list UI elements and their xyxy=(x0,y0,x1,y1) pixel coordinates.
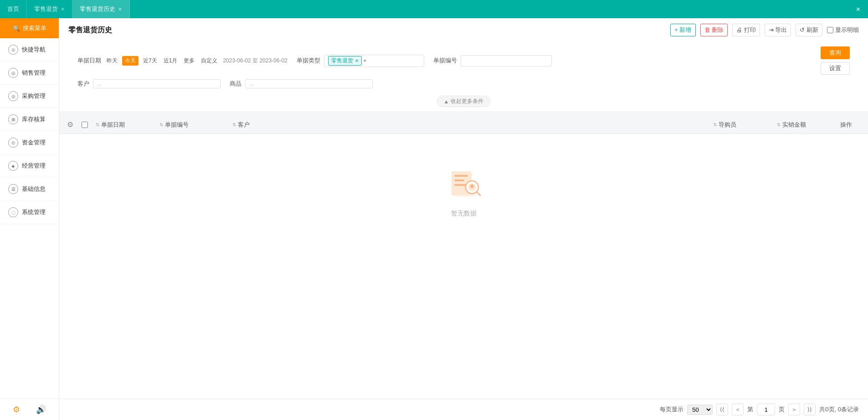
page-prev-btn[interactable]: ＜ xyxy=(732,404,744,415)
select-all-checkbox[interactable] xyxy=(82,122,88,128)
settings-gear-icon[interactable]: ⚙ xyxy=(13,405,20,415)
pagination-bar: 每页显示 50 20 100 200 ⟨⟨ ＜ 第 页 ＞ ⟩⟩ 共0页, 0条… xyxy=(59,399,868,420)
search-icon: 🔍 xyxy=(13,25,20,32)
content-body: ⚙ ⇅ 单据日期 ⇅ 单据编号 ⇅ 客户 xyxy=(59,112,868,420)
tab-retail-return[interactable]: 零售退货 ✕ xyxy=(27,0,72,18)
num-filter-input[interactable] xyxy=(461,55,552,67)
tab-retail-return-history-close[interactable]: ✕ xyxy=(118,6,122,12)
page-input[interactable] xyxy=(757,404,775,415)
sidebar-search-label: 搜索菜单 xyxy=(23,24,46,32)
basic-info-icon: ☰ xyxy=(8,184,18,194)
page-header: 零售退货历史 + 新增 🗑 删除 🖨 打印 ⇥ 导出 ↺ 刷新 显示明细 xyxy=(59,18,868,112)
type-tag-input[interactable]: 零售退货 ✕ ▾ xyxy=(324,55,424,67)
tab-home-label: 首页 xyxy=(7,5,19,13)
date-opt-custom[interactable]: 自定义 xyxy=(199,56,219,66)
svg-rect-2 xyxy=(454,175,468,177)
sales-label: 销售管理 xyxy=(22,69,46,77)
col-guide[interactable]: ⇅ 导购员 xyxy=(709,121,773,129)
sidebar-item-inventory[interactable]: ⊞ 库存核算 xyxy=(0,108,59,131)
type-tag-close[interactable]: ✕ xyxy=(355,58,359,63)
empty-icon xyxy=(443,161,484,202)
empty-text: 暂无数据 xyxy=(451,210,477,218)
filter-area: 单据日期 昨天 今天 近7天 近1月 更多 自定义 2023-06-02 至 2… xyxy=(68,42,859,112)
tab-retail-return-close[interactable]: ✕ xyxy=(61,6,65,12)
inventory-icon: ⊞ xyxy=(8,114,18,124)
date-opt-yesterday[interactable]: 昨天 xyxy=(105,56,119,66)
filter-row-1: 单据日期 昨天 今天 近7天 近1月 更多 自定义 2023-06-02 至 2… xyxy=(77,46,850,75)
col-customer[interactable]: ⇅ 客户 xyxy=(229,121,709,129)
goods-tag-input[interactable]: ... xyxy=(245,79,373,88)
type-dropdown-arrow[interactable]: ▾ xyxy=(364,58,366,64)
date-filter-label: 单据日期 xyxy=(77,56,101,65)
tab-home[interactable]: 首页 xyxy=(0,0,27,18)
print-button[interactable]: 🖨 打印 xyxy=(732,24,760,36)
sidebar-search[interactable]: 🔍 搜索菜单 xyxy=(0,18,59,38)
page-last-btn[interactable]: ⟩⟩ xyxy=(804,404,816,415)
svg-rect-4 xyxy=(454,184,466,186)
sales-icon: ◎ xyxy=(8,68,18,78)
filter-settings-button[interactable]: 设置 xyxy=(821,62,850,75)
quick-nav-icon: ⊙ xyxy=(8,45,18,55)
per-page-select[interactable]: 50 20 100 200 xyxy=(687,405,713,415)
table-settings-icon[interactable]: ⚙ xyxy=(63,120,77,129)
sidebar-item-system[interactable]: ◌ 系统管理 xyxy=(0,201,59,224)
volume-icon[interactable]: 🔊 xyxy=(36,405,46,415)
num-filter-label: 单据编号 xyxy=(433,56,457,65)
svg-point-8 xyxy=(470,184,474,188)
tab-retail-return-label: 零售退货 xyxy=(34,5,58,13)
table-header-bar: ⚙ ⇅ 单据日期 ⇅ 单据编号 ⇅ 客户 xyxy=(59,116,868,134)
page-unit: 页 xyxy=(779,405,785,414)
date-opt-1month[interactable]: 近1月 xyxy=(162,56,180,66)
tab-retail-return-history[interactable]: 零售退货历史 ✕ xyxy=(72,0,130,18)
collapse-button[interactable]: ▲ 收起更多条件 xyxy=(437,96,491,107)
new-button[interactable]: + 新增 xyxy=(670,24,695,36)
page-first-btn[interactable]: ⟨⟨ xyxy=(716,404,728,415)
customer-tag-input[interactable]: ... xyxy=(93,79,221,88)
sidebar-item-operations[interactable]: ◈ 经营管理 xyxy=(0,154,59,178)
customer-placeholder: ... xyxy=(97,81,102,87)
date-range: 2023-06-02 至 2023-06-02 xyxy=(223,57,287,65)
show-detail-checkbox[interactable] xyxy=(827,27,833,33)
col-op-label: 操作 xyxy=(840,121,852,129)
sidebar-item-quick-nav[interactable]: ⊙ 快捷导航 xyxy=(0,38,59,61)
page-title-row: 零售退货历史 + 新增 🗑 删除 🖨 打印 ⇥ 导出 ↺ 刷新 显示明细 xyxy=(68,24,859,36)
type-filter-group: 单据类型 零售退货 ✕ ▾ xyxy=(297,55,424,67)
purchase-label: 采购管理 xyxy=(22,92,46,100)
delete-button[interactable]: 🗑 删除 xyxy=(700,24,728,36)
type-filter-label: 单据类型 xyxy=(297,56,320,65)
page-next-btn[interactable]: ＞ xyxy=(788,404,800,415)
sort-icon-amount: ⇅ xyxy=(777,122,781,127)
svg-line-7 xyxy=(477,192,480,195)
export-button[interactable]: ⇥ 导出 xyxy=(765,24,791,36)
table-checkbox-all[interactable] xyxy=(77,122,92,128)
page-title: 零售退货历史 xyxy=(68,26,112,35)
per-page-label: 每页显示 xyxy=(660,405,683,414)
customer-filter-label: 客户 xyxy=(77,80,89,88)
col-date[interactable]: ⇅ 单据日期 xyxy=(92,121,156,129)
date-opt-today[interactable]: 今天 xyxy=(122,56,139,66)
collapse-arrow-icon: ▲ xyxy=(444,98,449,105)
date-opt-more[interactable]: 更多 xyxy=(182,56,196,66)
num-filter-group: 单据编号 xyxy=(433,55,552,67)
show-detail-label[interactable]: 显示明细 xyxy=(827,26,859,34)
top-bar-close[interactable]: ✕ xyxy=(856,6,868,13)
finance-label: 资金管理 xyxy=(22,138,46,147)
sidebar-item-basic-info[interactable]: ☰ 基础信息 xyxy=(0,178,59,201)
collapse-row: ▲ 收起更多条件 xyxy=(77,93,850,112)
date-range-text: 2023-06-02 至 2023-06-02 xyxy=(223,57,287,65)
type-tag-text: 零售退货 xyxy=(331,57,353,65)
svg-rect-3 xyxy=(454,179,464,181)
sidebar-item-finance[interactable]: ⊙ 资金管理 xyxy=(0,131,59,154)
col-amount-label: 实销金额 xyxy=(782,121,806,129)
sidebar: 🔍 搜索菜单 ⊙ 快捷导航 ◎ 销售管理 ◎ 采购管理 ⊞ 库存核算 ⊙ 资金管… xyxy=(0,18,59,420)
query-button[interactable]: 查询 xyxy=(821,46,850,59)
sidebar-item-sales[interactable]: ◎ 销售管理 xyxy=(0,61,59,85)
refresh-button[interactable]: ↺ 刷新 xyxy=(796,24,822,36)
sidebar-item-purchase[interactable]: ◎ 采购管理 xyxy=(0,85,59,108)
tab-list: 首页 零售退货 ✕ 零售退货历史 ✕ xyxy=(0,0,856,18)
col-amount[interactable]: ⇅ 实销金额 xyxy=(773,121,828,129)
total-label: 共0页, 0条记录 xyxy=(819,405,859,414)
date-opt-7days[interactable]: 近7天 xyxy=(141,56,159,66)
col-num[interactable]: ⇅ 单据编号 xyxy=(156,121,229,129)
customer-filter-group: 客户 ... xyxy=(77,79,221,88)
